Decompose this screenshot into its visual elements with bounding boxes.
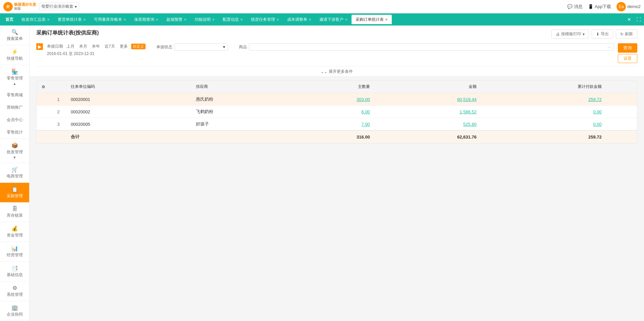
settings-button[interactable]: 设置 [618, 54, 637, 63]
logo-icon: 好 [3, 2, 13, 11]
workspace-selector[interactable]: 母婴行业演示账套 ▾ [39, 3, 79, 10]
sidebar-item-member[interactable]: 会员中心 [0, 114, 29, 126]
date-shortcut-this-month[interactable]: 本月 [78, 43, 89, 50]
tab-invite[interactable]: 邀请下游客户 ✕ [315, 15, 352, 24]
td-main-qty-2[interactable]: 6.00 [291, 106, 374, 118]
sidebar-item-marketing[interactable]: 营销推广 [0, 101, 29, 114]
sidebar-section-stock: 🗄 库存核算 [0, 203, 29, 222]
td-main-qty-3[interactable]: 7.00 [291, 118, 374, 131]
tab-close-icon[interactable]: ✕ [240, 18, 243, 21]
tab-usable-stock[interactable]: 可用量库存账本 ✕ [90, 15, 130, 24]
tab-income-summary[interactable]: 收发存汇总表 ✕ [17, 15, 54, 24]
date-shortcut-last-month[interactable]: 上月 [65, 43, 76, 50]
date-shortcut-this-year[interactable]: 本年 [91, 43, 101, 50]
tab-close-icon[interactable]: ✕ [276, 18, 279, 21]
tab-close-icon[interactable]: ✕ [385, 18, 388, 21]
top-bar-left: 好 畅捷通好生意 标版 母婴行业演示账套 ▾ [3, 2, 79, 11]
export-button[interactable]: ⬇ 导出 [592, 30, 613, 39]
sidebar-section-operations: 📊 经营管理 [0, 242, 29, 262]
sidebar-item-enterprise[interactable]: 🏢 企业协同 [0, 301, 29, 321]
sidebar-item-finance[interactable]: 💰 资金管理 [0, 222, 29, 242]
message-button[interactable]: 💬 消息 [567, 4, 583, 10]
top-bar: 好 畅捷通好生意 标版 母婴行业演示账套 ▾ 💬 消息 📱 App下载 Ea d… [0, 0, 644, 13]
print-button[interactable]: 🖨 按模板打印 ▾ [551, 30, 589, 39]
sidebar-item-stock[interactable]: 🗄 库存核算 [0, 203, 29, 222]
td-settings-2 [37, 106, 50, 118]
tab-label: 邀请下游客户 [319, 17, 343, 22]
enterprise-icon: 🏢 [11, 305, 18, 311]
tab-label: 收发存汇总表 [21, 17, 46, 22]
td-paid-3[interactable]: 0.00 [481, 118, 606, 131]
query-button[interactable]: 查询 [618, 43, 637, 53]
sidebar-item-search[interactable]: 🔍 搜索菜单 [0, 25, 29, 45]
status-select[interactable]: ▾ [174, 43, 228, 51]
td-amount-3[interactable]: 525.80 [374, 118, 481, 131]
tab-close-icon[interactable]: ✕ [123, 18, 126, 21]
collapse-arrow[interactable]: ▶ [36, 43, 43, 50]
tab-pick-task[interactable]: 拣货任务管理 ✕ [247, 15, 283, 24]
tab-config[interactable]: 配置信息 ✕ [219, 15, 247, 24]
tab-close-icon[interactable]: ✕ [309, 18, 311, 21]
goods-input[interactable]: ··· [249, 43, 614, 51]
td-empty-2 [606, 106, 637, 118]
td-supplier-name-3: 好孩子 [192, 118, 291, 131]
sidebar-item-operations[interactable]: 📊 经营管理 [0, 242, 29, 261]
table-footer-row: 合计 316.00 62,631.76 259.72 [37, 130, 637, 143]
date-range-display: 2016-01-01 至 2023-12-31 [47, 51, 146, 57]
sidebar-item-quick-nav[interactable]: ⚡ 快捷导航 [0, 45, 29, 65]
tab-home-label: 首页 [5, 17, 13, 22]
tab-function[interactable]: 功能说明 ✕ [191, 15, 219, 24]
th-supplier-name: 供应商 [192, 81, 291, 93]
lightning-icon: ⚡ [11, 49, 18, 55]
tab-close-all-button[interactable]: ✕ [625, 15, 633, 23]
table-header-row: ⚙ 往来单位编码 供应商 主数量 金额 累计付款金额 [37, 81, 637, 93]
tab-goods-summary[interactable]: 要货单统计表 ✕ [54, 15, 90, 24]
tab-home[interactable]: 首页 [1, 15, 17, 24]
sidebar-section-search: 🔍 搜索菜单 [0, 25, 29, 45]
custom-date-tag[interactable]: 自定义 [131, 44, 146, 49]
refresh-icon: ↻ [620, 32, 624, 37]
sidebar-item-basic[interactable]: 📑 基础信息 [0, 262, 29, 281]
tab-label: 配置信息 [223, 17, 239, 22]
purchase-summary-table: ⚙ 往来单位编码 供应商 主数量 金额 累计付款金额 1 00020001 [37, 81, 637, 143]
app-download-button[interactable]: 📱 App下载 [588, 4, 611, 10]
sidebar-item-purchase[interactable]: 📋 采购管理 [0, 183, 29, 202]
td-paid-1[interactable]: 259.72 [481, 93, 606, 106]
tab-label: 可用量库存账本 [94, 17, 122, 22]
sidebar-section-enterprise: 🏢 企业协同 [0, 301, 29, 321]
tab-label: 功能说明 [195, 17, 211, 22]
sidebar-item-retail-store[interactable]: 零售商城 [0, 89, 29, 101]
tab-cost-adjust[interactable]: 成本调整单 ✕ [283, 15, 315, 24]
tab-shelf-life[interactable]: 保质期查询 ✕ [130, 15, 162, 24]
tab-overstock[interactable]: 超储预警 ✕ [162, 15, 191, 24]
tab-close-icon[interactable]: ✕ [83, 18, 86, 21]
sidebar-item-retail[interactable]: 🏪 零售管理 ▲ [0, 65, 29, 89]
expand-conditions-button[interactable]: ⌄⌄ 展开更多条件 [321, 69, 353, 74]
td-supplier-name-2: 飞鹤奶粉 [192, 106, 291, 118]
tab-close-icon[interactable]: ✕ [184, 18, 186, 21]
td-amount-2[interactable]: 1,586.52 [374, 106, 481, 118]
tab-close-icon[interactable]: ✕ [47, 18, 50, 21]
td-amount-1[interactable]: 60,519.44 [374, 93, 481, 106]
tab-close-icon[interactable]: ✕ [156, 18, 158, 21]
date-shortcut-7days[interactable]: 近7天 [103, 43, 116, 50]
user-info[interactable]: Ea demo2 [616, 2, 641, 11]
tab-close-icon[interactable]: ✕ [345, 18, 347, 21]
wholesale-icon: 📦 [11, 142, 18, 149]
td-index-3: 3 [50, 118, 67, 131]
sidebar-item-retail-stats[interactable]: 零售统计 [0, 126, 29, 139]
td-main-qty-1[interactable]: 303.00 [291, 93, 374, 106]
refresh-button[interactable]: ↻ 刷新 [616, 30, 637, 39]
print-icon: 🖨 [556, 32, 560, 37]
th-empty [606, 81, 637, 93]
tab-maximize-button[interactable]: ⛶ [635, 15, 643, 23]
sidebar-item-ecommerce[interactable]: 🛒 电商管理 [0, 163, 29, 182]
date-shortcut-more[interactable]: 更多 [118, 43, 129, 50]
sidebar-item-system[interactable]: ⚙ 系统管理 [0, 281, 29, 301]
sidebar-item-wholesale[interactable]: 📦 批发管理 ▼ [0, 139, 29, 163]
tab-close-icon[interactable]: ✕ [212, 18, 215, 21]
operations-icon: 📊 [11, 245, 18, 252]
td-paid-2[interactable]: 0.00 [481, 106, 606, 118]
th-supplier-code: 往来单位编码 [67, 81, 192, 93]
tab-purchase-summary[interactable]: 采购订单统计表 ✕ [352, 15, 392, 24]
